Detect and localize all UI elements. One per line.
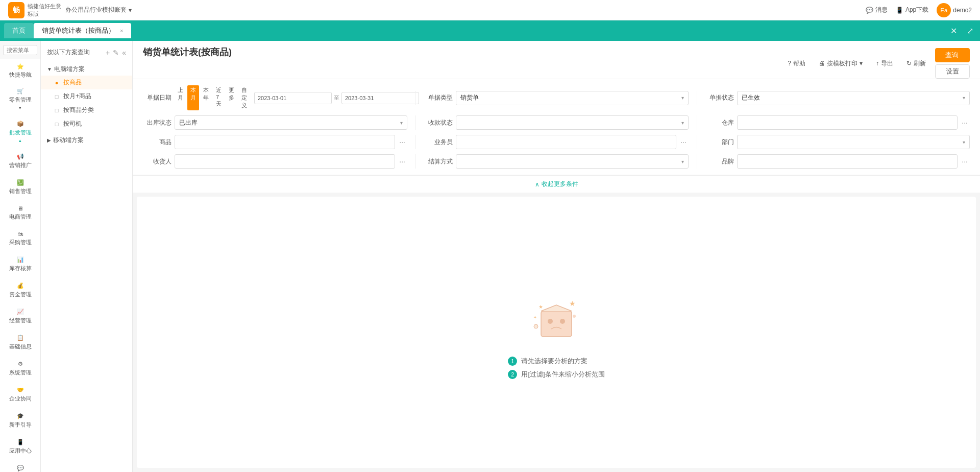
sidebar-item-marketing[interactable]: 📢 营销推广 xyxy=(0,148,40,174)
tab-actions: ✕ ⤢ xyxy=(947,25,976,37)
sidebar-item-wholesale[interactable]: 📦 批发管理 ▴ xyxy=(0,115,40,148)
scheme-item-by-month-goods[interactable]: □ 按月+商品 xyxy=(41,89,132,103)
sidebar-item-finance[interactable]: 💰 资金管理 xyxy=(0,277,40,303)
settlement-select[interactable]: ▾ xyxy=(456,154,689,169)
date-from-input[interactable] xyxy=(254,92,332,104)
filter-divider xyxy=(415,115,416,130)
app-download-button[interactable]: 📱 App下载 xyxy=(896,6,928,14)
expand-arrow-icon: ▼ xyxy=(47,66,52,72)
brand-more-button[interactable]: ··· xyxy=(960,157,970,166)
scheme-icon: □ xyxy=(53,107,60,114)
download-icon: 📱 xyxy=(896,7,903,14)
date-tab-prev-month[interactable]: 上月 xyxy=(175,85,186,110)
active-scheme-icon: ● xyxy=(53,79,60,86)
receiver-filter-value: ··· xyxy=(175,154,407,169)
sidebar-item-enterprise-wechat[interactable]: 💬 企业微信 xyxy=(0,460,40,472)
tab-home[interactable]: 首页 xyxy=(4,23,34,38)
messages-button[interactable]: 💬 消息 xyxy=(866,6,888,14)
warehouse-filter-value: ··· xyxy=(737,115,970,130)
brand-input[interactable] xyxy=(737,154,958,169)
svg-rect-0 xyxy=(541,311,572,337)
sidebar-item-quick-nav[interactable]: ⭐ 快捷导航 xyxy=(0,59,40,83)
export-button[interactable]: ↑ 导出 xyxy=(872,57,897,70)
date-tab-current-year[interactable]: 本年 xyxy=(200,85,212,110)
filter-row-2: 出库状态 已出库 ▾ 收款状态 ▾ 仓库 xyxy=(143,115,970,130)
collapse-panel-button[interactable]: « xyxy=(122,49,126,57)
topbar-right: 💬 消息 📱 App下载 Ea demo2 xyxy=(866,3,972,17)
payment-status-select[interactable]: ▾ xyxy=(456,115,689,130)
goods-input[interactable] xyxy=(175,135,395,149)
sidebar-item-apps[interactable]: 📱 应用中心 xyxy=(0,434,40,460)
chevron-down-icon: ▾ xyxy=(19,105,21,110)
sidebar-item-operations[interactable]: 📈 经营管理 xyxy=(0,303,40,329)
workspace-selector[interactable]: 办公用品行业模拟账套 ▾ xyxy=(65,6,132,14)
doc-type-select[interactable]: 销货单 ▾ xyxy=(456,91,689,105)
salesperson-more-button[interactable]: ··· xyxy=(678,138,689,146)
select-arrow-icon: ▾ xyxy=(681,159,684,164)
doc-status-select[interactable]: 已生效 ▾ xyxy=(737,91,970,105)
finance-icon: 💰 xyxy=(17,282,24,289)
sidebar-item-sales[interactable]: 💹 销售管理 xyxy=(0,174,40,200)
date-tab-more[interactable]: 更多 xyxy=(226,85,237,110)
date-tab-current-month[interactable]: 本月 xyxy=(187,85,199,110)
collapse-bar[interactable]: ∧ 收起更多条件 xyxy=(133,175,980,193)
user-menu[interactable]: Ea demo2 xyxy=(937,3,972,17)
goods-more-button[interactable]: ··· xyxy=(397,138,407,146)
sidebar-item-purchase[interactable]: 🛍 采购管理 xyxy=(0,226,40,251)
filter-divider xyxy=(415,154,416,169)
sidebar-item-basic-info[interactable]: 📋 基础信息 xyxy=(0,329,40,356)
department-select[interactable]: ▾ xyxy=(737,135,970,149)
warehouse-status-select[interactable]: 已出库 ▾ xyxy=(175,115,407,130)
help-button[interactable]: ? 帮助 xyxy=(783,57,810,70)
filter-row-1: 单据日期 上月 本月 本年 近7天 更多 自定义 至 xyxy=(143,85,970,110)
search-input[interactable] xyxy=(3,45,37,55)
empty-illustration: ★ ★ ✦ xyxy=(526,286,587,348)
date-tab-custom[interactable]: 自定义 xyxy=(238,85,250,110)
scheme-item-by-category[interactable]: □ 按商品分类 xyxy=(41,103,132,117)
sidebar-item-system[interactable]: ⚙ 系统管理 xyxy=(0,356,40,382)
receiver-input[interactable] xyxy=(175,154,395,169)
svg-text:✦: ✦ xyxy=(533,315,537,320)
salesperson-input[interactable] xyxy=(456,135,676,149)
filter-row-3: 商品 ··· 业务员 ··· 部门 xyxy=(143,135,970,149)
settings-button[interactable]: 设置 xyxy=(935,64,970,79)
tab-close-icon[interactable]: × xyxy=(120,28,123,34)
date-filter-value: 上月 本月 本年 近7天 更多 自定义 至 xyxy=(175,85,419,110)
inventory-icon: 📊 xyxy=(17,256,24,263)
query-button[interactable]: 查询 xyxy=(935,48,970,62)
template-print-button[interactable]: 🖨 按模板打印 ▾ xyxy=(815,57,867,70)
edit-scheme-button[interactable]: ✎ xyxy=(113,49,119,57)
window-maximize-button[interactable]: ⤢ xyxy=(964,25,976,37)
date-tab-7days[interactable]: 近7天 xyxy=(213,85,225,110)
sales-icon: 💹 xyxy=(17,179,24,186)
desktop-section-header[interactable]: ▼ 电脑端方案 xyxy=(41,63,132,76)
logo-icon: 畅 xyxy=(8,2,24,18)
left-panel-actions: + ✎ « xyxy=(106,49,126,57)
mobile-section-header[interactable]: ▶ 移动端方案 xyxy=(41,134,132,147)
date-to-input[interactable] xyxy=(341,92,419,104)
window-close-button[interactable]: ✕ xyxy=(947,25,960,37)
topbar: 畅 畅捷信好生意 标版 办公用品行业模拟账套 ▾ 💬 消息 📱 App下载 Ea… xyxy=(0,0,980,20)
warehouse-more-button[interactable]: ··· xyxy=(960,119,970,127)
sidebar-item-retail[interactable]: 🛒 零售管理 ▾ xyxy=(0,83,40,115)
chevron-down-icon: ▾ xyxy=(129,7,132,14)
filter-area: 单据日期 上月 本月 本年 近7天 更多 自定义 至 xyxy=(133,79,980,175)
add-scheme-button[interactable]: + xyxy=(106,49,110,57)
panel-section-mobile: ▶ 移动端方案 xyxy=(41,134,132,147)
svg-point-2 xyxy=(560,319,565,324)
select-arrow-icon: ▾ xyxy=(963,95,965,101)
salesperson-filter-value: ··· xyxy=(456,135,689,149)
warehouse-input[interactable] xyxy=(737,115,958,130)
tab-sales-stats[interactable]: 销货单统计表（按商品） × xyxy=(34,23,131,38)
sidebar-item-ecommerce[interactable]: 🖥 电商管理 xyxy=(0,200,40,226)
refresh-button[interactable]: ↻ 刷新 xyxy=(902,57,930,70)
scheme-item-by-goods[interactable]: ● 按商品 xyxy=(41,76,132,89)
sidebar-item-guide[interactable]: 🎓 新手引导 xyxy=(0,408,40,434)
svg-text:★: ★ xyxy=(538,304,543,310)
filter-divider xyxy=(415,135,416,149)
sidebar-item-inventory[interactable]: 📊 库存核算 xyxy=(0,251,40,277)
scheme-item-by-driver[interactable]: □ 按司机 xyxy=(41,117,132,131)
svg-point-7 xyxy=(534,324,538,328)
receiver-more-button[interactable]: ··· xyxy=(397,157,407,166)
sidebar-item-collab[interactable]: 🤝 企业协同 xyxy=(0,382,40,408)
